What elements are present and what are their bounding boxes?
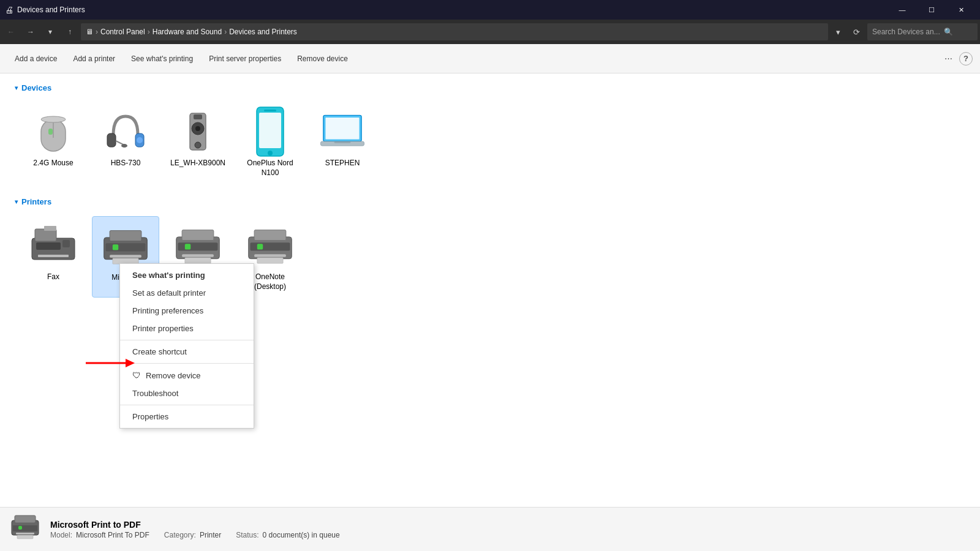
svg-point-13 [195, 142, 201, 148]
maximize-button[interactable]: ☐ [918, 0, 946, 20]
svg-rect-50 [13, 525, 37, 531]
svg-rect-12 [194, 114, 202, 119]
ctx-printer-props[interactable]: Printer properties [120, 320, 254, 337]
path-devices-printers[interactable]: Devices and Printers [229, 28, 297, 36]
ctx-set-default[interactable]: Set as default printer [120, 284, 254, 302]
device-item-speaker[interactable]: LE_WH-XB900N [164, 102, 232, 182]
ctx-printing-prefs-label: Printing preferences [132, 306, 203, 315]
address-dropdown[interactable]: ▾ [831, 23, 845, 40]
ctx-troubleshoot[interactable]: Troubleshoot [120, 384, 254, 402]
phone-icon [246, 107, 295, 156]
ctx-troubleshoot-label: Troubleshoot [132, 389, 178, 398]
view-options-button[interactable]: ⋯ [940, 50, 957, 67]
up-button[interactable]: ↑ [61, 23, 78, 40]
device-label-phone: OnePlus Nord N100 [241, 159, 299, 178]
arrow-indicator [86, 354, 135, 376]
devices-section-header[interactable]: ▾ Devices [15, 83, 965, 92]
status-bar: Microsoft Print to PDF Model: Microsoft … [0, 507, 980, 551]
toolbar: Add a device Add a printer See what's pr… [0, 44, 980, 73]
device-item-headset[interactable]: HBS-730 [92, 102, 159, 182]
remove-device-button[interactable]: Remove device [290, 51, 355, 67]
printer-item-fax[interactable]: Fax [20, 216, 87, 298]
svg-rect-42 [251, 242, 290, 250]
svg-rect-49 [15, 515, 36, 523]
path-hardware-sound[interactable]: Hardware and Sound [153, 28, 222, 36]
ctx-create-shortcut-label: Create shortcut [132, 347, 187, 356]
add-device-button[interactable]: Add a device [7, 51, 64, 67]
status-queue: Status: 0 document(s) in queue [236, 531, 339, 539]
title-bar-title: Devices and Printers [17, 6, 888, 14]
svg-point-8 [121, 144, 127, 148]
status-model-value: Microsoft Print To PDF [76, 531, 149, 539]
device-label-mouse: 2.4G Mouse [33, 159, 73, 168]
svg-point-16 [268, 151, 273, 156]
laptop-icon [318, 107, 367, 156]
device-label-headset: HBS-730 [111, 159, 141, 168]
status-details: Model: Microsoft Print To PDF Category: … [50, 531, 340, 539]
close-button[interactable]: ✕ [947, 0, 975, 20]
svg-rect-43 [257, 244, 263, 249]
forward-button[interactable]: → [22, 23, 39, 40]
title-bar: 🖨 Devices and Printers — ☐ ✕ [0, 0, 980, 20]
search-placeholder: Search Devices an... [872, 28, 940, 36]
back-button[interactable]: ← [2, 23, 20, 40]
add-printer-button[interactable]: Add a printer [66, 51, 123, 67]
device-item-laptop[interactable]: STEPHEN [309, 102, 376, 182]
svg-rect-44 [254, 254, 286, 257]
mouse-icon [29, 107, 78, 156]
device-item-mouse[interactable]: 2.4G Mouse [20, 102, 87, 182]
svg-rect-32 [110, 255, 141, 258]
ctx-create-shortcut[interactable]: Create shortcut [120, 343, 254, 361]
refresh-button[interactable]: ⟳ [848, 23, 865, 40]
ctx-properties-label: Properties [132, 412, 168, 421]
svg-rect-52 [17, 535, 33, 539]
print-server-properties-button[interactable]: Print server properties [202, 51, 288, 67]
devices-chevron-icon: ▾ [15, 84, 18, 91]
toolbar-right: ⋯ ? [940, 50, 973, 67]
svg-rect-25 [62, 240, 70, 247]
fax-icon [29, 221, 78, 270]
status-model-label: Model: [50, 531, 72, 539]
path-control-panel[interactable]: Control Panel [100, 28, 145, 36]
ctx-see-printing-label: See what's printing [132, 271, 205, 280]
status-info: Microsoft Print to PDF Model: Microsoft … [50, 520, 340, 539]
main-content: ▾ Devices 2.4G Mouse [0, 73, 980, 507]
svg-marker-47 [126, 359, 135, 367]
ctx-properties[interactable]: Properties [120, 408, 254, 425]
address-bar: ← → ▾ ↑ 🖥 › Control Panel › Hardware and… [0, 20, 980, 44]
svg-rect-27 [44, 226, 56, 231]
recent-locations-button[interactable]: ▾ [42, 23, 59, 40]
svg-rect-17 [264, 110, 276, 111]
search-box[interactable]: Search Devices an... 🔍 [867, 23, 978, 40]
headset-icon [101, 107, 150, 156]
svg-rect-31 [113, 244, 118, 250]
printers-section-header[interactable]: ▾ Printers [15, 197, 965, 206]
printers-chevron-icon: ▾ [15, 198, 18, 205]
svg-rect-51 [16, 533, 34, 534]
ctx-remove-device[interactable]: 🛡 Remove device [120, 366, 254, 384]
see-whats-printing-button[interactable]: See what's printing [124, 51, 200, 67]
minimize-button[interactable]: — [888, 0, 916, 20]
svg-point-6 [137, 137, 143, 143]
device-label-laptop: STEPHEN [325, 159, 360, 168]
status-category-value: Printer [200, 531, 221, 539]
ctx-sep1 [120, 340, 254, 340]
help-button[interactable]: ? [959, 52, 973, 66]
svg-rect-30 [106, 243, 146, 251]
svg-rect-36 [178, 242, 218, 250]
device-item-phone[interactable]: OnePlus Nord N100 [236, 102, 304, 182]
svg-rect-41 [254, 230, 286, 240]
svg-point-11 [195, 126, 200, 131]
svg-rect-39 [185, 257, 211, 263]
svg-rect-21 [334, 141, 351, 143]
ctx-remove-device-label: Remove device [146, 371, 201, 380]
speaker-icon [173, 107, 222, 156]
device-label-speaker: LE_WH-XB900N [170, 159, 225, 168]
ctx-printing-prefs[interactable]: Printing preferences [120, 302, 254, 320]
ctx-see-printing[interactable]: See what's printing [120, 266, 254, 284]
svg-rect-53 [18, 526, 22, 530]
devices-section-label: Devices [21, 83, 51, 92]
printer-label-fax: Fax [47, 272, 59, 282]
svg-rect-37 [185, 244, 190, 249]
devices-grid: 2.4G Mouse HBS-730 [15, 102, 965, 182]
